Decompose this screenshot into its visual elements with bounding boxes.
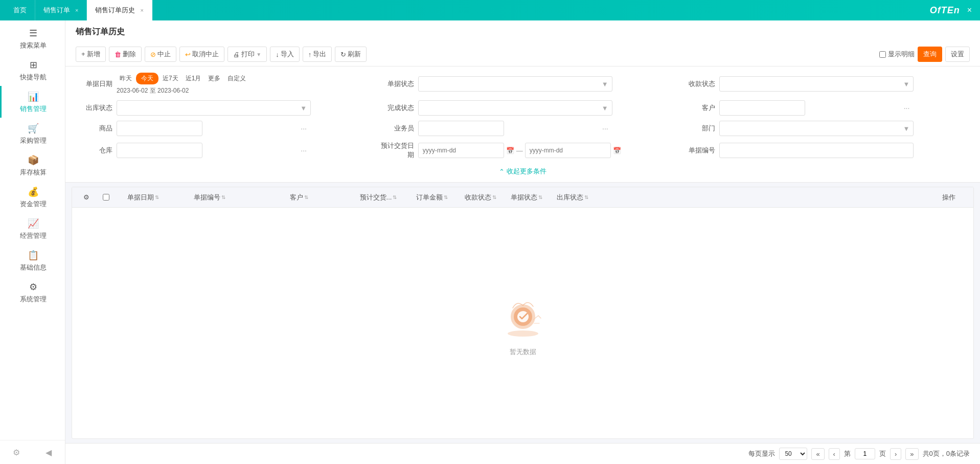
next-page-button[interactable]: › [890, 448, 901, 460]
warehouse-status-select[interactable] [117, 100, 311, 116]
receipt-status-select[interactable] [719, 76, 914, 92]
brand-logo: OfTEn [930, 5, 960, 16]
sidebar-item-search[interactable]: ☰ 搜索菜单 [0, 23, 65, 54]
calendar-to-icon[interactable]: 📅 [613, 147, 621, 154]
th-date[interactable]: 单据日期 ⇅ [115, 193, 171, 202]
dept-select[interactable] [719, 121, 914, 136]
main-layout: ☰ 搜索菜单 ⊞ 快捷导航 📊 销售管理 🛒 采购管理 📦 库存核算 💰 资金管… [0, 20, 980, 464]
warehouse-input[interactable] [117, 143, 202, 158]
per-page-select[interactable]: 50 100 200 [779, 448, 807, 460]
tab-sales-order[interactable]: 销售订单 × [35, 0, 87, 20]
new-button[interactable]: + 新增 [76, 47, 106, 62]
th-amount[interactable]: 订单金额 ⇅ [406, 193, 458, 202]
th-checkbox[interactable] [97, 194, 115, 201]
th-status[interactable]: 单据状态 ⇅ [504, 193, 550, 202]
date-control: 昨天 今天 近7天 近1月 更多 自定义 2023-06-02 至 2023-0… [117, 73, 311, 95]
receipt-status-select-wrapper: ▼ [719, 76, 914, 92]
query-button[interactable]: 查询 [918, 47, 942, 62]
purchase-icon: 🛒 [28, 123, 39, 134]
sidebar-item-inventory[interactable]: 📦 库存核算 [0, 149, 65, 181]
goods-input[interactable] [117, 121, 202, 136]
salesperson-more-button[interactable]: ··· [600, 124, 610, 132]
th-settings[interactable]: ⚙ [76, 193, 97, 201]
sidebar-item-finance[interactable]: 💰 资金管理 [0, 181, 65, 213]
filter-col-goods: 商品 ··· [76, 121, 367, 136]
tab-home[interactable]: 销售订单历史 首页 [5, 0, 35, 20]
th-customer[interactable]: 客户 ⇅ [248, 193, 350, 202]
sidebar-item-basic-info[interactable]: 📋 基础信息 [0, 245, 65, 276]
sidebar-settings-icon[interactable]: ⚙ [9, 445, 24, 460]
delete-button[interactable]: 🗑 删除 [109, 47, 142, 62]
print-button[interactable]: 🖨 打印 ▼ [227, 47, 267, 62]
svg-point-0 [508, 330, 538, 337]
tab-sales-order-history[interactable]: 销售订单历史 × [87, 0, 152, 20]
delivery-date-from[interactable] [418, 143, 504, 158]
date-1month[interactable]: 近1月 [183, 73, 204, 84]
sidebar-item-purchase[interactable]: 🛒 采购管理 [0, 118, 65, 149]
sidebar-item-system[interactable]: ⚙ 系统管理 [0, 276, 65, 308]
per-page-label: 每页显示 [748, 449, 775, 458]
date-today[interactable]: 今天 [136, 73, 158, 84]
filter-row-1: 单据日期 昨天 今天 近7天 近1月 更多 自定义 2023-06-02 至 2… [76, 73, 970, 95]
filter-row-2: 出库状态 ▼ 完成状态 ▼ [76, 100, 970, 116]
customer-input-wrapper: ··· [719, 100, 914, 116]
sidebar-collapse-icon[interactable]: ◀ [41, 445, 56, 460]
calendar-from-icon[interactable]: 📅 [506, 147, 514, 154]
amount-sort-icon: ⇅ [444, 194, 448, 200]
settings-button[interactable]: 设置 [945, 47, 970, 62]
date-more[interactable]: 更多 [205, 73, 223, 84]
collapse-up-icon: ⌃ [499, 168, 505, 175]
th-payment[interactable]: 收款状态 ⇅ [458, 193, 504, 202]
customer-input[interactable] [719, 100, 805, 116]
th-number[interactable]: 单据编号 ⇅ [171, 193, 248, 202]
show-detail-input[interactable] [879, 51, 886, 58]
show-detail-checkbox[interactable]: 显示明细 [879, 50, 915, 59]
prev-page-button[interactable]: ‹ [829, 448, 840, 460]
refresh-button[interactable]: ↻ 刷新 [335, 47, 367, 62]
payment-sort-icon: ⇅ [492, 194, 496, 200]
tab-sales-order-history-close[interactable]: × [140, 7, 143, 13]
sidebar-bottom: ⚙ ◀ [0, 440, 65, 464]
date-range-text: 2023-06-02 至 2023-06-02 [117, 86, 189, 95]
date-7days[interactable]: 近7天 [159, 73, 181, 84]
select-all-checkbox[interactable] [103, 194, 109, 201]
th-warehouse[interactable]: 出库状态 ⇅ [550, 193, 596, 202]
last-page-button[interactable]: » [905, 448, 918, 460]
date-custom[interactable]: 自定义 [224, 73, 249, 84]
warehouse-status-label: 出库状态 [76, 103, 117, 113]
table-settings-icon: ⚙ [83, 193, 89, 201]
import-button[interactable]: ↓ 导入 [270, 47, 300, 62]
th-delivery[interactable]: 预计交货... ⇅ [350, 193, 406, 202]
complete-status-select[interactable] [418, 100, 612, 116]
filter-col-salesperson: 业务员 ··· [377, 121, 669, 136]
doc-number-input[interactable] [719, 143, 914, 158]
first-page-button[interactable]: « [811, 448, 824, 460]
delivery-sort-icon: ⇅ [393, 194, 397, 200]
table-body: 暂无数据 [72, 208, 973, 438]
empty-illustration [497, 290, 549, 341]
collapse-more-button[interactable]: ⌃ 收起更多条件 [76, 165, 970, 176]
cancel-stop-button[interactable]: ↩ 取消中止 [179, 47, 224, 62]
sidebar-item-operations[interactable]: 📈 经营管理 [0, 213, 65, 245]
export-button[interactable]: ↑ 导出 [303, 47, 332, 62]
doc-status-select-wrapper: ▼ [418, 76, 612, 92]
salesperson-input[interactable] [418, 121, 504, 136]
tab-sales-order-close[interactable]: × [75, 7, 78, 13]
customer-more-button[interactable]: ··· [902, 104, 912, 112]
date-yesterday[interactable]: 昨天 [117, 73, 135, 84]
stop-button[interactable]: ⊘ 中止 [145, 47, 176, 62]
delivery-date-to[interactable] [525, 143, 611, 158]
table-wrapper: ⚙ 单据日期 ⇅ 单据编号 ⇅ 客户 ⇅ 预计交货... [72, 187, 974, 439]
sales-icon: 📊 [28, 91, 39, 102]
doc-status-select[interactable] [418, 76, 612, 92]
goods-more-button[interactable]: ··· [299, 124, 309, 132]
dept-label: 部门 [678, 124, 719, 133]
sidebar-item-sales[interactable]: 📊 销售管理 [0, 86, 65, 118]
system-icon: ⚙ [28, 281, 39, 293]
warehouse-more-button[interactable]: ··· [299, 146, 309, 154]
filter-col-delivery-date: 预计交货日期 📅 — 📅 [377, 141, 669, 160]
window-close-button[interactable]: × [964, 5, 975, 16]
th-action: 操作 [928, 193, 969, 202]
page-number-input[interactable] [855, 448, 875, 459]
sidebar-item-quick-nav[interactable]: ⊞ 快捷导航 [0, 54, 65, 86]
